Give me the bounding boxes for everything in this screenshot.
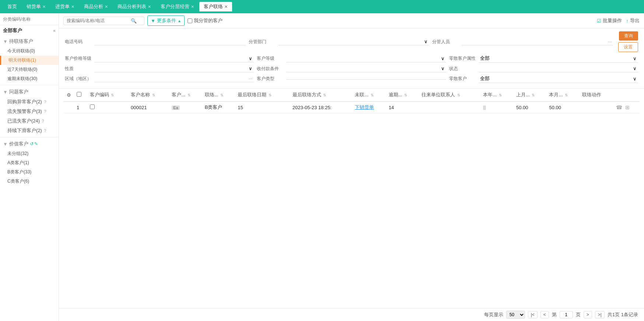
help-icon-4: ?: [44, 128, 46, 133]
th-unit-contact[interactable]: 往来单位联系人 ⇅: [419, 89, 481, 101]
dept-chevron: ∨: [424, 39, 428, 44]
price-level-select[interactable]: ∨: [94, 55, 254, 62]
search-input[interactable]: [67, 18, 129, 23]
retail-attr-value: 全部: [480, 55, 490, 62]
settings-btn[interactable]: 设置: [618, 42, 638, 52]
page-size-label: 每页显示: [484, 311, 503, 318]
sort-icon-notcontact: ⇅: [371, 93, 374, 97]
close-product-list-icon[interactable]: ✕: [148, 4, 151, 9]
filter-row-3: 性质 ∨ 收付款条件 ∨ 状态: [65, 65, 638, 72]
td-overdue: [419, 101, 481, 113]
search-icon[interactable]: 🔍: [131, 18, 137, 24]
customer-level-chevron: ∨: [441, 56, 445, 61]
sidebar-item-today[interactable]: 今天待联络(0): [0, 46, 59, 56]
th-contact-count[interactable]: 联络... ⇅: [203, 89, 236, 101]
query-btn[interactable]: 查询: [619, 31, 638, 41]
my-customers-checkbox-label[interactable]: 我分管的客户: [188, 17, 223, 24]
sidebar-item-class-c[interactable]: C类客户(6): [0, 177, 59, 186]
th-code[interactable]: 客户编码 ⇅: [88, 89, 129, 101]
batch-action-btn[interactable]: ☑ 批量操作: [597, 17, 622, 24]
nav-purchase[interactable]: 进货单 ✕: [51, 2, 79, 11]
prev-page-btn[interactable]: <: [540, 311, 549, 318]
nav-product-list[interactable]: 商品分析列表 ✕: [113, 2, 155, 11]
nav-home[interactable]: 首页: [3, 2, 21, 11]
sidebar-item-churn-warning[interactable]: 流失预警客户(3) ?: [0, 107, 59, 116]
sort-icon-unit: ⇅: [457, 93, 460, 97]
th-not-contact[interactable]: 未联... ⇅: [353, 89, 386, 101]
sidebar-group-value[interactable]: ▼ 价值客户 ↺ ✎: [0, 139, 59, 149]
filter-retail: 零散客户 全部 ∨: [449, 75, 638, 83]
status-select[interactable]: ∨: [479, 65, 638, 72]
person-select[interactable]: ···: [462, 38, 613, 45]
help-icon-1: ?: [44, 100, 46, 104]
next-page-btn[interactable]: >: [584, 311, 592, 318]
close-customer-contact-icon[interactable]: ✕: [224, 4, 228, 9]
th-name[interactable]: 客户名称 ⇅: [129, 89, 169, 101]
retail-attr-label: 零散客户属性: [449, 55, 479, 62]
nav-sales[interactable]: 销货单 ✕: [22, 2, 50, 11]
last-page-btn[interactable]: >|: [595, 311, 605, 318]
filter-more-btn[interactable]: ▼ 更多条件 ▲: [147, 15, 185, 26]
nav-product-analysis[interactable]: 商品分析 ✕: [80, 2, 112, 11]
action-phone-icon[interactable]: ☎: [616, 104, 622, 110]
th-last-method[interactable]: 最后联络方式 ⇅: [290, 89, 353, 101]
export-btn[interactable]: ↑ 导出: [626, 17, 640, 24]
close-customer-segment-icon[interactable]: ✕: [191, 4, 194, 9]
first-page-btn[interactable]: |<: [528, 311, 538, 318]
my-customers-checkbox[interactable]: [188, 18, 192, 23]
nav-customer-segment[interactable]: 客户分层经营 ✕: [156, 2, 199, 11]
th-type[interactable]: 客户... ⇅: [169, 89, 203, 101]
th-this-year[interactable]: 本年... ⇅: [481, 89, 514, 101]
payment-select[interactable]: ∨: [286, 65, 446, 72]
page-size-select[interactable]: 50 100 200: [506, 311, 525, 319]
sidebar-item-tomorrow[interactable]: 明天待联络(1): [0, 56, 59, 65]
row-checkbox[interactable]: [90, 104, 95, 109]
td-checkbox: [88, 101, 129, 113]
sidebar-all-customers[interactable]: 全部客户 «: [0, 25, 59, 36]
dept-select[interactable]: ∨: [278, 38, 430, 45]
sort-icon-contact: ⇅: [220, 93, 223, 97]
td-last-month: 50.00: [547, 101, 580, 113]
sidebar-item-overdue[interactable]: 逾期未联络(30): [0, 74, 59, 83]
filter-icon: ▼: [151, 18, 155, 24]
sidebar-item-abnormal[interactable]: 回购异常客户(2) ?: [0, 97, 59, 107]
sidebar-group-problem[interactable]: ▼ 问题客户: [0, 87, 59, 97]
retail-attr-select[interactable]: 全部 ∨: [479, 54, 638, 63]
edit-icon[interactable]: ✎: [34, 141, 38, 146]
select-all-checkbox[interactable]: [77, 92, 81, 97]
customer-level-select[interactable]: ∨: [286, 55, 446, 62]
th-overdue[interactable]: 逾期... ⇅: [386, 89, 420, 101]
nav-customer-contact[interactable]: 客户联络 ✕: [199, 2, 232, 11]
page-input[interactable]: [560, 311, 573, 318]
area-dots[interactable]: ···: [249, 76, 252, 81]
payment-label: 收付款条件: [257, 66, 286, 72]
close-sales-icon[interactable]: ✕: [42, 4, 46, 9]
phone-label: 电话号码: [65, 39, 94, 45]
retail-select[interactable]: 全部 ∨: [479, 75, 638, 83]
sort-icon-code: ⇅: [111, 93, 114, 97]
sidebar-item-class-b[interactable]: B类客户(33): [0, 168, 59, 177]
person-dots[interactable]: ···: [608, 39, 612, 44]
sidebar-group-pending[interactable]: ▼ 待联络客户: [0, 36, 59, 46]
sidebar-search-input[interactable]: [3, 17, 58, 22]
sort-icon-overdue: ⇅: [404, 93, 407, 97]
sidebar-item-ungrouped[interactable]: 未分组(32): [0, 149, 59, 158]
refresh-icon[interactable]: ↺: [30, 141, 34, 146]
th-last-date[interactable]: 最后联络日期 ⇅: [235, 89, 290, 101]
toolbar: 🔍 ▼ 更多条件 ▲ 我分管的客户 ☑ 批量操作 ↑ 导出: [59, 13, 644, 28]
th-this-month[interactable]: 本月... ⇅: [547, 89, 580, 101]
th-last-month[interactable]: 上月... ⇅: [514, 89, 547, 101]
sidebar-item-7days[interactable]: 近7天待联络(0): [0, 65, 59, 74]
area-select[interactable]: ···: [94, 75, 254, 82]
gender-select[interactable]: ∨: [94, 65, 254, 72]
sidebar-item-declining[interactable]: 持续下滑客户(2) ?: [0, 126, 59, 135]
sidebar-item-churned[interactable]: 已流失客户(24) ?: [0, 116, 59, 126]
close-purchase-icon[interactable]: ✕: [71, 4, 74, 9]
action-grid-icon[interactable]: ⊞: [625, 104, 630, 110]
last-method-link[interactable]: 下销货单: [355, 104, 374, 110]
close-product-analysis-icon[interactable]: ✕: [105, 4, 108, 9]
gear-col[interactable]: ⚙: [63, 89, 74, 101]
sidebar-item-class-a[interactable]: A类客户(1): [0, 158, 59, 168]
phone-input[interactable]: [94, 38, 246, 45]
customer-type-select[interactable]: [286, 78, 446, 80]
